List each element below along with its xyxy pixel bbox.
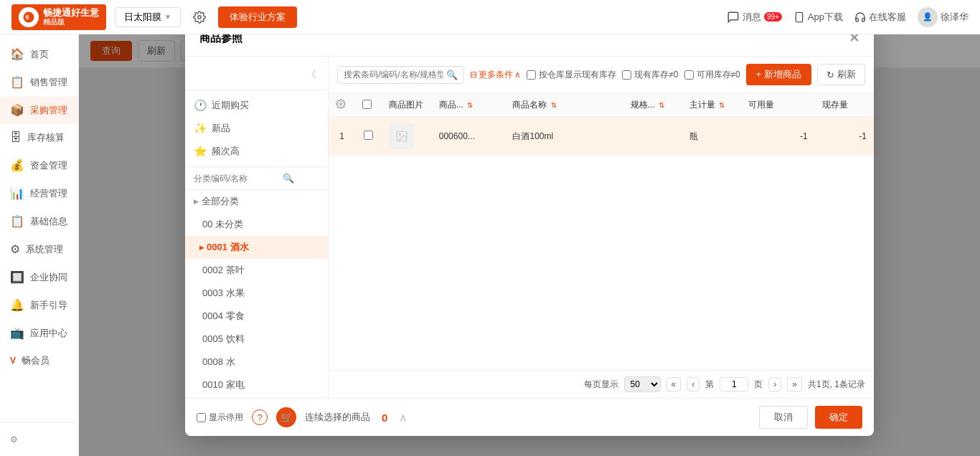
modal-close-icon[interactable]: ✕	[849, 34, 859, 46]
content-area: 查询 刷新 设置 商品参照 ✕	[79, 34, 980, 456]
modal-table-wrap: 商品图片 商品... ⇅ 商品名称 ⇅	[329, 93, 874, 370]
checkbox-avail-neq-label: 可用库存≠0	[697, 69, 740, 81]
cat-appliance[interactable]: 0010 家电	[185, 374, 328, 392]
cat-beverage[interactable]: 0005 饮料	[185, 328, 328, 351]
th-checkbox[interactable]	[355, 93, 382, 118]
logo-title: 畅捷通好生意	[43, 7, 99, 19]
search-cat-input[interactable]	[194, 174, 280, 184]
modal-search-bar: 🔍 ⊟ 更多条件 ∧ 按仓库显示现有库存	[329, 57, 874, 93]
filter-btn[interactable]: ⊟ 更多条件 ∧	[470, 69, 521, 81]
nav-dropdown[interactable]: 日太阳膜 ▼	[115, 7, 181, 27]
refresh-label: 刷新	[837, 68, 856, 81]
th-spec[interactable]: 规格... ⇅	[623, 93, 682, 118]
basic-icon: 📋	[10, 214, 24, 228]
checkbox-warehouse-label: 按仓库显示现有库存	[539, 69, 616, 81]
frequent-icon: ⭐	[194, 145, 207, 158]
quick-items: 🕐 近期购买 ✨ 新品 ⭐ 频次高	[185, 90, 328, 167]
show-disabled-label[interactable]: 显示停用	[197, 412, 243, 424]
modal-right-panel: 🔍 ⊟ 更多条件 ∧ 按仓库显示现有库存	[329, 57, 874, 398]
product-img	[389, 123, 415, 149]
quick-frequent[interactable]: ⭐ 频次高	[185, 141, 328, 162]
cat-snack[interactable]: 0004 零食	[185, 305, 328, 328]
quick-new[interactable]: ✨ 新品	[185, 118, 328, 139]
product-search-input[interactable]	[344, 70, 443, 80]
sidebar-item-system[interactable]: ⚙ 系统管理	[0, 235, 78, 263]
checkbox-warehouse[interactable]: 按仓库显示现有库存	[527, 69, 616, 81]
cat-fruit[interactable]: 0003 水果	[185, 282, 328, 305]
sidebar-settings-btn[interactable]: ⚙	[0, 429, 78, 450]
checkbox-avail-neq[interactable]: 可用库存≠0	[684, 69, 740, 81]
show-disabled-checkbox[interactable]	[197, 413, 206, 422]
messages-label: 消息	[743, 11, 761, 24]
last-page-btn[interactable]: »	[787, 377, 802, 391]
page-unit: 页	[754, 379, 763, 391]
checkbox-stock-neq-input[interactable]	[622, 70, 631, 80]
cat-uncategorized[interactable]: 00 未分类	[185, 213, 328, 236]
add-product-btn[interactable]: + 新增商品	[746, 64, 811, 85]
th-name[interactable]: 商品名称 ⇅	[505, 93, 623, 118]
trial-btn[interactable]: 体验行业方案	[218, 6, 297, 28]
checkbox-warehouse-input[interactable]	[527, 70, 536, 80]
quick-recent[interactable]: 🕐 近期购买	[185, 95, 328, 116]
refresh-btn[interactable]: ↻ 刷新	[817, 64, 865, 85]
modal-footer: 显示停用 ? 🛒 连续选择的商品 0 ∧ 取消 确定	[185, 398, 874, 436]
sidebar-item-inventory[interactable]: 🗄 库存核算	[0, 124, 78, 151]
svg-text:6: 6	[26, 14, 29, 21]
sidebar-item-purchase[interactable]: 📦 采购管理	[0, 96, 78, 124]
sidebar-item-operation[interactable]: 📊 经营管理	[0, 179, 78, 207]
checkbox-avail-neq-input[interactable]	[684, 70, 694, 80]
product-table: 商品图片 商品... ⇅ 商品名称 ⇅	[329, 93, 874, 156]
sidebar-label-operation: 经营管理	[30, 187, 67, 200]
sidebar-item-sales[interactable]: 📋 销售管理	[0, 68, 78, 96]
logo-icon: 6	[19, 7, 39, 27]
sidebar-label-inventory: 库存核算	[27, 131, 65, 144]
online-service-item[interactable]: 在线客服	[854, 11, 906, 24]
page-input[interactable]	[720, 377, 748, 391]
help-icon[interactable]: ?	[252, 409, 268, 425]
cancel-btn[interactable]: 取消	[759, 406, 808, 429]
footer-collapse-arrow[interactable]: ∧	[399, 411, 407, 424]
cat-all[interactable]: ▶ 全部分类	[185, 190, 328, 213]
sidebar-item-guide[interactable]: 🔔 新手引导	[0, 291, 78, 319]
main-layout: 🏠 首页 📋 销售管理 📦 采购管理 🗄 库存核算 💰 资金管理 📊 经营管理 …	[0, 34, 980, 456]
search-cat-icon[interactable]: 🔍	[283, 173, 294, 184]
sidebar-item-finance[interactable]: 💰 资金管理	[0, 151, 78, 179]
settings-icon: ⚙	[10, 434, 18, 445]
select-all-checkbox[interactable]	[362, 100, 372, 109]
sidebar-label-sales: 销售管理	[30, 76, 67, 89]
sidebar-item-home[interactable]: 🏠 首页	[0, 40, 78, 68]
checkbox-stock-neq[interactable]: 现有库存≠0	[622, 69, 678, 81]
table-row[interactable]: 1 000600... 白酒100ml 瓶 -1 -1	[329, 118, 874, 156]
th-unit[interactable]: 主计量 ⇅	[682, 93, 741, 118]
app-download-label: App下载	[808, 11, 843, 24]
app-download-item[interactable]: App下载	[793, 11, 843, 24]
row-checkbox[interactable]	[364, 130, 373, 140]
th-available: 可用量	[741, 93, 815, 118]
cell-check[interactable]	[355, 118, 382, 156]
collapse-btn[interactable]: 《	[303, 65, 319, 84]
cat-tea[interactable]: 0002 茶叶	[185, 259, 328, 282]
th-code[interactable]: 商品... ⇅	[432, 93, 506, 118]
sidebar-item-member[interactable]: V 畅会员	[0, 347, 78, 374]
sidebar-item-enterprise[interactable]: 🔲 企业协同	[0, 263, 78, 291]
cat-liquor[interactable]: ▶ 0001 酒水	[185, 236, 328, 259]
new-icon: ✨	[194, 122, 207, 135]
confirm-btn[interactable]: 确定	[815, 406, 862, 429]
quick-recent-label: 近期购买	[212, 99, 249, 112]
search-submit-icon[interactable]: 🔍	[446, 70, 458, 80]
cat-uncategorized-label: 00 未分类	[202, 218, 243, 231]
top-nav: 6 畅捷通好生意 精品版 日太阳膜 ▼ 体验行业方案 消息 99+ App下载 …	[0, 0, 980, 34]
page-size-select[interactable]: 50 100 200	[624, 376, 661, 392]
user-item[interactable]: 👤 徐泽华	[918, 7, 969, 27]
modal-header: 商品参照 ✕	[185, 34, 874, 57]
cat-triangle-all: ▶	[194, 198, 199, 205]
first-page-btn[interactable]: «	[666, 377, 682, 391]
cat-water[interactable]: 0008 水	[185, 351, 328, 374]
messages-item[interactable]: 消息 99+	[727, 11, 782, 24]
prev-page-btn[interactable]: ‹	[687, 377, 699, 391]
next-page-btn[interactable]: ›	[768, 377, 781, 391]
cart-icon-btn[interactable]: 🛒	[276, 407, 296, 427]
sidebar-item-app[interactable]: 📺 应用中心	[0, 319, 78, 347]
gear-button[interactable]	[189, 7, 209, 27]
sidebar-item-basic[interactable]: 📋 基础信息	[0, 207, 78, 235]
